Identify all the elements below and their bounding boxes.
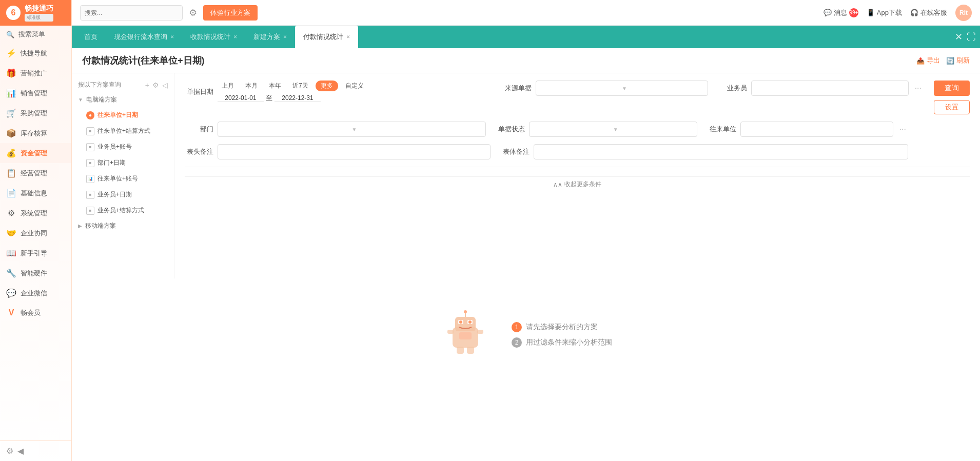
tab-bank-flow-label: 现金银行流水查询 bbox=[114, 32, 167, 42]
scheme-item-6[interactable]: ■ 业务员+结算方式 bbox=[72, 203, 174, 218]
tab-payment-stat[interactable]: 付款情况统计 × bbox=[295, 26, 358, 48]
date-end-input[interactable] bbox=[275, 94, 321, 102]
doc-status-filter-label: 单据状态 bbox=[496, 125, 525, 134]
scheme-settings-icon[interactable]: ⚙ bbox=[152, 81, 159, 89]
sidebar-item-vip[interactable]: V 畅会员 bbox=[0, 303, 71, 323]
tab-bank-flow[interactable]: 现金银行流水查询 × bbox=[106, 26, 182, 48]
dept-select[interactable]: ▼ bbox=[218, 122, 486, 137]
doc-status-filter-group: 单据状态 ▼ bbox=[496, 122, 697, 137]
svg-rect-8 bbox=[457, 347, 464, 354]
date-opt-more[interactable]: 更多 bbox=[316, 81, 338, 91]
logo-icon: 6 bbox=[6, 6, 21, 20]
scheme-item-label: 往来单位+账号 bbox=[97, 174, 138, 183]
sidebar-item-system[interactable]: ⚙ 系统管理 bbox=[0, 203, 71, 223]
tab-bank-flow-close-icon[interactable]: × bbox=[170, 33, 174, 41]
sidebar-item-marketing[interactable]: 🎁 营销推广 bbox=[0, 63, 71, 83]
mobile-section-arrow: ▶ bbox=[78, 223, 82, 229]
source-filter-group: 来源单据 ▼ bbox=[503, 81, 708, 96]
topbar-search-input[interactable] bbox=[80, 5, 183, 21]
scheme-item-5[interactable]: ■ 业务员+日期 bbox=[72, 187, 174, 203]
header-note-input[interactable] bbox=[218, 144, 491, 159]
salesman-more-icon[interactable]: ··· bbox=[913, 84, 924, 93]
sidebar-item-guide[interactable]: 📖 新手引导 bbox=[0, 243, 71, 263]
user-avatar[interactable]: Rit bbox=[955, 5, 972, 21]
scheme-item-icon-6: ■ bbox=[86, 207, 94, 215]
collapse-sidebar-icon[interactable]: ◀ bbox=[17, 446, 24, 456]
date-opt-7days[interactable]: 近7天 bbox=[288, 81, 312, 91]
mobile-scheme-title[interactable]: ▶ 移动端方案 bbox=[72, 218, 174, 233]
scheme-panel-label: 按以下方案查询 bbox=[78, 81, 141, 89]
refresh-btn[interactable]: 🔄 刷新 bbox=[946, 56, 970, 65]
sidebar-item-purchase[interactable]: 🛒 采购管理 bbox=[0, 103, 71, 123]
scheme-item-label: 业务员+账号 bbox=[97, 143, 132, 151]
scheme-item-0[interactable]: ● 往来单位+日期 bbox=[72, 107, 174, 123]
collapse-scheme-icon[interactable]: ◁ bbox=[162, 81, 168, 89]
scheme-item-4[interactable]: 📊 往来单位+账号 bbox=[72, 171, 174, 187]
sidebar-item-quick-nav[interactable]: ⚡ 快捷导航 bbox=[0, 43, 71, 63]
tip-num-2: 2 bbox=[512, 337, 522, 348]
tab-receipt-stat[interactable]: 收款情况统计 × bbox=[182, 26, 245, 48]
maximize-icon[interactable]: ⛶ bbox=[967, 32, 976, 43]
tip-num-1: 1 bbox=[512, 322, 522, 332]
sidebar-item-finance[interactable]: 💰 资金管理 bbox=[0, 143, 71, 163]
date-opt-this-year[interactable]: 本年 bbox=[265, 81, 285, 91]
scheme-item-3[interactable]: ■ 部门+日期 bbox=[72, 155, 174, 171]
collapse-btn[interactable]: ∧∧ 收起更多条件 bbox=[185, 176, 970, 192]
messages-action[interactable]: 💬 消息 99+ bbox=[824, 8, 858, 17]
salesman-filter-group: 业务员 ··· bbox=[718, 81, 924, 96]
app-label: App下载 bbox=[877, 8, 902, 17]
nav-tabs: 首页 现金银行流水查询 × 收款情况统计 × 新建方案 × 付款情况统计 × ✕… bbox=[72, 26, 980, 48]
page-title: 付款情况统计(往来单位+日期) bbox=[82, 54, 205, 67]
sidebar-item-enterprise[interactable]: 🤝 企业协同 bbox=[0, 223, 71, 243]
scheme-item-icon-3: ■ bbox=[86, 159, 94, 167]
source-select[interactable]: ▼ bbox=[536, 81, 708, 96]
mobile-scheme-section: ▶ 移动端方案 bbox=[72, 218, 174, 233]
search-menu-item[interactable]: 🔍 搜索菜单 bbox=[0, 26, 71, 43]
sidebar-logo: 6 畅捷通巧 标准版 bbox=[0, 0, 71, 26]
export-btn[interactable]: 📤 导出 bbox=[916, 56, 940, 65]
tab-receipt-stat-close-icon[interactable]: × bbox=[233, 33, 237, 41]
date-opt-this-month[interactable]: 本月 bbox=[241, 81, 262, 91]
header-note-label: 表头备注 bbox=[185, 147, 213, 156]
sidebar-item-basic-info[interactable]: 📄 基础信息 bbox=[0, 183, 71, 203]
tab-new-scheme[interactable]: 新建方案 × bbox=[245, 26, 295, 48]
trial-btn[interactable]: 体验行业方案 bbox=[203, 5, 258, 21]
dept-down-arrow-icon: ▼ bbox=[352, 127, 482, 132]
sidebar-item-sales[interactable]: 📊 销售管理 bbox=[0, 83, 71, 103]
scheme-item-2[interactable]: ■ 业务员+账号 bbox=[72, 139, 174, 155]
service-action[interactable]: 🎧 在线客服 bbox=[910, 8, 947, 17]
date-start-input[interactable] bbox=[218, 94, 264, 102]
scheme-panel-icons: + ⚙ ◁ bbox=[145, 81, 168, 89]
svg-point-12 bbox=[464, 310, 467, 313]
query-btn[interactable]: 查询 bbox=[934, 81, 970, 96]
tab-home[interactable]: 首页 bbox=[76, 26, 106, 48]
sidebar-item-operations[interactable]: 📋 经营管理 bbox=[0, 163, 71, 183]
desktop-scheme-title[interactable]: ▼ 电脑端方案 bbox=[72, 92, 174, 107]
settings-btn[interactable]: 设置 bbox=[934, 100, 970, 114]
counterpart-more-icon[interactable]: ··· bbox=[897, 125, 908, 134]
service-label: 在线客服 bbox=[920, 8, 947, 17]
scheme-item-icon-1: ■ bbox=[86, 127, 94, 135]
counterpart-select[interactable] bbox=[740, 122, 893, 137]
sidebar-item-hardware[interactable]: 🔧 智能硬件 bbox=[0, 263, 71, 283]
version-badge: 标准版 bbox=[25, 14, 53, 22]
tab-new-scheme-close-icon[interactable]: × bbox=[283, 33, 287, 41]
tab-payment-stat-close-icon[interactable]: × bbox=[346, 33, 350, 41]
topbar-gear-icon[interactable]: ⚙ bbox=[189, 7, 197, 18]
finance-icon: 💰 bbox=[6, 148, 16, 158]
settings-icon[interactable]: ⚙ bbox=[6, 446, 13, 456]
sidebar-item-wechat[interactable]: 💬 企业微信 bbox=[0, 283, 71, 303]
app-download-action[interactable]: 📱 App下载 bbox=[867, 8, 902, 17]
body-note-input[interactable] bbox=[534, 144, 908, 159]
salesman-select[interactable] bbox=[751, 81, 909, 96]
scheme-item-label: 业务员+结算方式 bbox=[97, 206, 144, 215]
purchase-icon: 🛒 bbox=[6, 108, 16, 118]
close-all-tabs-icon[interactable]: ✕ bbox=[955, 31, 963, 43]
add-scheme-icon[interactable]: + bbox=[145, 81, 149, 89]
doc-status-select[interactable]: ▼ bbox=[529, 122, 697, 137]
date-opt-last-month[interactable]: 上月 bbox=[218, 81, 238, 91]
sidebar-item-inventory[interactable]: 📦 库存核算 bbox=[0, 123, 71, 143]
date-opt-custom[interactable]: 自定义 bbox=[341, 81, 368, 91]
scheme-item-1[interactable]: ■ 往来单位+结算方式 bbox=[72, 123, 174, 139]
date-range-input: 至 bbox=[218, 93, 493, 103]
